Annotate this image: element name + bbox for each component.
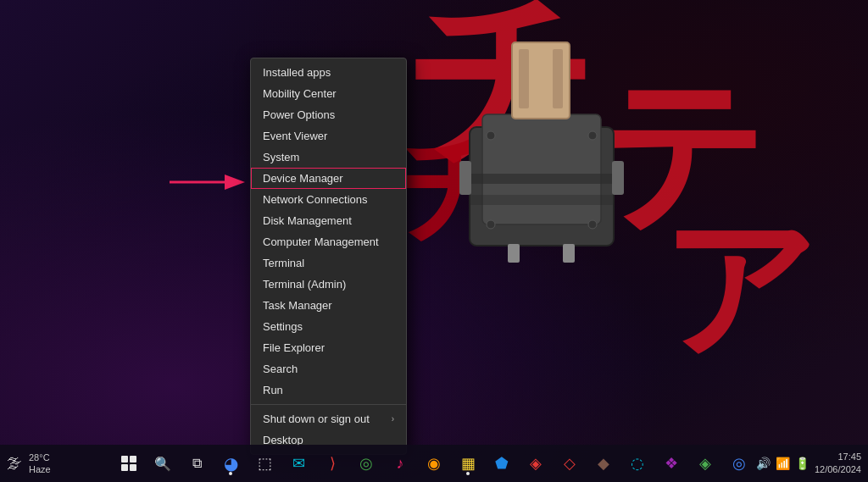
whatsapp-icon: ◎: [359, 454, 373, 473]
menu-item-search[interactable]: Search: [251, 358, 406, 380]
menu-item-device-manager[interactable]: Device Manager: [251, 168, 406, 189]
menu-item-disk-management[interactable]: Disk Management: [251, 210, 406, 231]
svg-rect-1: [482, 114, 601, 224]
chevron-right-icon: ›: [392, 414, 394, 424]
svg-rect-6: [470, 195, 614, 205]
context-menu: Installed apps Mobility Center Power Opt…: [250, 58, 407, 455]
files-icon: ⬚: [258, 454, 272, 473]
map-icon: ◉: [427, 454, 441, 473]
svg-rect-8: [563, 244, 575, 263]
search-icon: 🔍: [154, 456, 171, 472]
menu-item-installed-apps[interactable]: Installed apps: [251, 62, 406, 83]
menu-item-computer-management[interactable]: Computer Management: [251, 231, 406, 252]
menu-item-shutdown[interactable]: Shut down or sign out ›: [251, 408, 406, 429]
edge-icon: ◎: [732, 454, 746, 473]
svg-rect-7: [508, 244, 520, 263]
arrow-app-icon: ⟩: [330, 454, 336, 473]
svg-point-13: [487, 220, 495, 229]
system-clock[interactable]: 17:45 12/06/2024: [815, 451, 861, 477]
svg-rect-10: [612, 161, 624, 195]
taskbar-app-gaming[interactable]: ◆: [590, 450, 617, 477]
taskbar-search-button[interactable]: 🔍: [149, 450, 176, 477]
folder-icon: ▦: [461, 454, 476, 473]
system-tray: 🔊 📶 🔋: [756, 457, 810, 470]
taskbar-app-edge[interactable]: ◎: [726, 450, 753, 477]
svg-point-14: [588, 220, 597, 229]
taskbar-tray: 🔊 📶 🔋 17:45 12/06/2024: [756, 451, 861, 477]
taskbar-apps: 🔍 ⧉ ◕ ⬚ ✉ ⟩ ◎ ♪ ◉ ▦: [115, 450, 753, 477]
svg-rect-4: [553, 49, 563, 108]
chrome-icon: ◕: [224, 453, 238, 474]
taskbar-app-arrow[interactable]: ⟩: [319, 450, 346, 477]
menu-item-terminal[interactable]: Terminal: [251, 252, 406, 274]
taskbar-app-slack[interactable]: ❖: [658, 450, 685, 477]
taskbar: 🌫 28°C Haze 🔍 ⧉ ◕ ⬚ ✉: [0, 445, 868, 482]
taskbar-app-office[interactable]: ◇: [556, 450, 583, 477]
menu-item-terminal-admin[interactable]: Terminal (Admin): [251, 274, 406, 295]
menu-item-file-explorer[interactable]: File Explorer: [251, 337, 406, 358]
taskbar-app-map[interactable]: ◉: [420, 450, 448, 477]
svg-rect-9: [459, 161, 471, 195]
mail-icon: ✉: [292, 454, 305, 473]
menu-item-run[interactable]: Run: [251, 380, 406, 401]
menu-item-event-viewer[interactable]: Event Viewer: [251, 125, 406, 147]
store-icon: ⬟: [495, 454, 509, 473]
taskbar-app-logitech[interactable]: ◌: [624, 450, 651, 477]
clock-date: 12/06/2024: [815, 463, 861, 476]
weather-icon: 🌫: [7, 455, 22, 473]
menu-item-power-options[interactable]: Power Options: [251, 104, 406, 125]
taskview-icon: ⧉: [192, 456, 202, 471]
menu-item-task-manager[interactable]: Task Manager: [251, 295, 406, 316]
taskbar-app-files[interactable]: ⬚: [251, 450, 278, 477]
task-view-button[interactable]: ⧉: [183, 450, 210, 477]
riot-icon: ◈: [530, 454, 542, 473]
bg-text-3: ア: [661, 212, 817, 364]
taskbar-app-riot[interactable]: ◈: [522, 450, 549, 477]
taskbar-app-folder[interactable]: ▦: [454, 450, 481, 477]
svg-point-11: [487, 131, 495, 140]
windows-logo-icon: [121, 456, 136, 471]
taskbar-app-whatsapp[interactable]: ◎: [353, 450, 380, 477]
taskbar-app-teams[interactable]: ◈: [692, 450, 719, 477]
office-icon: ◇: [564, 454, 576, 473]
music-icon: ♪: [397, 455, 404, 473]
battery-icon[interactable]: 🔋: [795, 457, 810, 470]
start-button[interactable]: [115, 450, 142, 477]
weather-info: 28°C Haze: [29, 452, 51, 476]
taskbar-app-mail[interactable]: ✉: [285, 450, 312, 477]
menu-item-mobility-center[interactable]: Mobility Center: [251, 83, 406, 104]
slack-icon: ❖: [665, 454, 678, 473]
pointer-arrow: [165, 165, 250, 199]
gaming-icon: ◆: [598, 454, 609, 473]
menu-item-system[interactable]: System: [251, 147, 406, 168]
taskbar-app-music[interactable]: ♪: [387, 450, 414, 477]
clock-time: 17:45: [815, 451, 861, 463]
logitech-icon: ◌: [631, 454, 644, 473]
taskbar-app-chrome[interactable]: ◕: [217, 450, 244, 477]
volume-icon[interactable]: 🔊: [756, 457, 771, 470]
menu-item-settings[interactable]: Settings: [251, 316, 406, 337]
svg-point-12: [588, 131, 597, 140]
teams-icon: ◈: [699, 454, 711, 473]
weather-description: Haze: [29, 463, 51, 475]
network-icon[interactable]: 📶: [776, 457, 790, 470]
svg-rect-3: [519, 49, 529, 108]
menu-divider: [251, 404, 406, 405]
keyboard-switch-illustration: [444, 25, 639, 263]
taskbar-app-store[interactable]: ⬟: [488, 450, 515, 477]
svg-rect-5: [470, 174, 614, 184]
taskbar-weather[interactable]: 🌫 28°C Haze: [7, 452, 51, 476]
temperature: 28°C: [29, 452, 51, 463]
menu-item-network-connections[interactable]: Network Connections: [251, 189, 406, 210]
